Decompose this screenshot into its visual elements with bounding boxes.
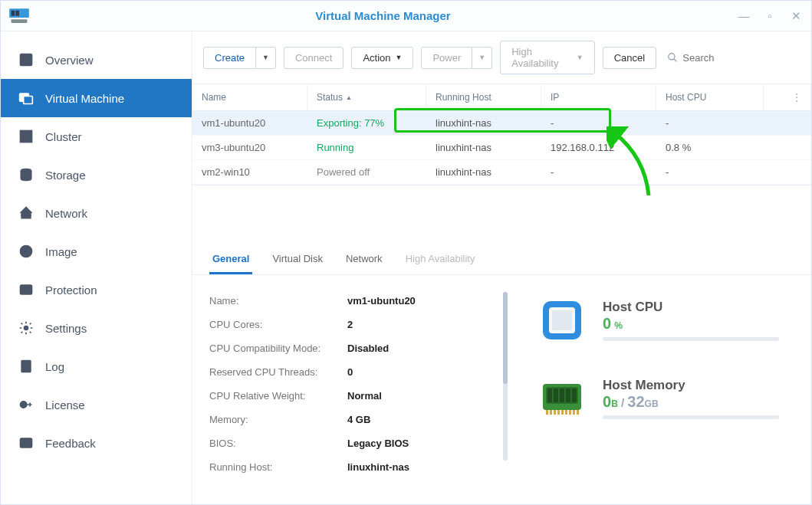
connect-button[interactable]: Connect [284, 47, 344, 69]
svg-rect-3 [12, 19, 28, 23]
svg-rect-39 [572, 389, 577, 402]
table-row[interactable]: vm3-ubuntu20Runninglinuxhint-nas192.168.… [192, 136, 811, 160]
detail-value: Disabled [347, 343, 389, 354]
detail-scrollbar[interactable] [503, 292, 508, 461]
col-header-status[interactable]: Status▲ [307, 84, 426, 110]
cell-cpu: - [656, 160, 764, 184]
maximize-button[interactable]: ▫ [762, 9, 777, 23]
search-box[interactable] [664, 48, 800, 67]
action-button-label: Action [363, 52, 390, 64]
sidebar-item-network[interactable]: Network [1, 194, 192, 232]
sidebar-label: Overview [45, 54, 94, 67]
detail-value: 2 [347, 319, 353, 330]
cpu-metric-bar [603, 337, 779, 341]
scrollbar-thumb[interactable] [503, 292, 508, 384]
table-row[interactable]: vm1-ubuntu20Exporting: 77%linuxhint-nas-… [192, 111, 811, 136]
power-dropdown[interactable]: ▼ [472, 47, 492, 69]
detail-value: Legacy BIOS [347, 438, 409, 449]
svg-rect-44 [561, 410, 564, 415]
svg-rect-32 [552, 310, 572, 330]
svg-rect-16 [21, 285, 32, 294]
svg-rect-42 [554, 410, 556, 415]
svg-point-15 [25, 250, 28, 254]
sidebar-item-settings[interactable]: Settings [1, 309, 192, 347]
cell-host: linuxhint-nas [426, 111, 541, 135]
table-row[interactable]: vm2-win10Powered offlinuxhint-nas-- [192, 160, 811, 185]
app-icon [8, 8, 30, 25]
window-title: Virtual Machine Manager [30, 9, 736, 22]
sidebar-item-license[interactable]: License [1, 385, 192, 424]
detail-label: Memory: [209, 414, 347, 425]
cell-name: vm3-ubuntu20 [192, 136, 307, 159]
mem-metric-label: Host Memory [603, 378, 779, 393]
caret-down-icon: ▼ [262, 54, 269, 61]
detail-row: Memory:4 GB [209, 408, 488, 431]
col-header-menu[interactable]: ⋮ [764, 84, 811, 110]
network-icon [18, 205, 35, 221]
svg-rect-1 [12, 11, 15, 16]
svg-rect-37 [560, 389, 564, 402]
cell-host: linuxhint-nas [426, 136, 541, 159]
sidebar-item-cluster[interactable]: Cluster [1, 117, 192, 156]
caret-down-icon: ▼ [396, 54, 403, 61]
cancel-button[interactable]: Cancel [603, 47, 656, 69]
svg-rect-45 [565, 410, 567, 415]
tab-high-availability[interactable]: High Availability [403, 245, 478, 274]
sidebar-item-feedback[interactable]: Feedback [1, 424, 192, 462]
svg-rect-36 [554, 389, 558, 402]
image-icon [18, 243, 35, 260]
cpu-metric-unit: % [614, 320, 623, 331]
power-button[interactable]: Power [421, 47, 472, 69]
sidebar-item-virtual-machine[interactable]: Virtual Machine [1, 79, 192, 117]
detail-value: Normal [347, 390, 382, 402]
cell-host: linuxhint-nas [426, 160, 541, 184]
tab-virtual-disk[interactable]: Virtual Disk [269, 245, 326, 274]
cell-status: Running [307, 136, 426, 159]
detail-label: Name: [209, 295, 347, 307]
svg-point-20 [25, 326, 28, 330]
ha-button[interactable]: High Availability▼ [500, 41, 595, 74]
svg-rect-46 [569, 410, 571, 415]
col-header-status-label: Status [317, 92, 343, 103]
tab-network[interactable]: Network [343, 245, 386, 274]
svg-rect-35 [547, 389, 552, 402]
sidebar-label: Virtual Machine [45, 92, 124, 105]
sidebar-item-overview[interactable]: Overview [1, 41, 192, 79]
svg-rect-43 [557, 410, 560, 415]
search-input[interactable] [682, 52, 797, 64]
create-dropdown[interactable]: ▼ [256, 47, 276, 69]
col-header-host[interactable]: Running Host [426, 84, 541, 110]
detail-row: BIOS:Legacy BIOS [209, 431, 488, 455]
mem-metric-bar [603, 415, 779, 419]
license-icon [18, 396, 35, 413]
sidebar-item-log[interactable]: Log [1, 347, 192, 385]
cluster-icon [18, 128, 35, 145]
sidebar-item-image[interactable]: Image [1, 232, 192, 271]
col-header-name[interactable]: Name [192, 84, 307, 110]
sidebar-item-protection[interactable]: Protection [1, 271, 192, 309]
col-header-cpu[interactable]: Host CPU [656, 84, 764, 110]
close-button[interactable]: ✕ [788, 9, 804, 23]
sidebar-item-storage[interactable]: Storage [1, 156, 192, 194]
ha-button-label: High Availability [511, 46, 572, 69]
col-header-ip[interactable]: IP [541, 84, 656, 110]
cell-cpu: 0.8 % [656, 136, 764, 159]
cpu-icon [538, 297, 586, 344]
memory-icon [538, 375, 586, 422]
tab-general[interactable]: General [209, 245, 252, 274]
svg-rect-47 [573, 410, 575, 415]
svg-line-28 [674, 59, 677, 62]
create-button[interactable]: Create [203, 47, 256, 69]
detail-row: Reserved CPU Threads:0 [209, 360, 488, 384]
vm-icon [18, 90, 35, 107]
svg-point-25 [21, 402, 27, 408]
mem-used-value: 0 [603, 393, 611, 410]
mem-used-unit: B [611, 398, 618, 409]
sidebar-label: Network [45, 207, 87, 220]
action-button[interactable]: Action▼ [351, 47, 413, 69]
toolbar: Create ▼ Connect Action▼ Power ▼ High Av… [192, 31, 811, 84]
caret-down-icon: ▼ [577, 54, 584, 61]
mem-sep: / [618, 396, 628, 409]
detail-row: CPU Cores:2 [209, 313, 488, 336]
minimize-button[interactable]: — [736, 9, 751, 23]
